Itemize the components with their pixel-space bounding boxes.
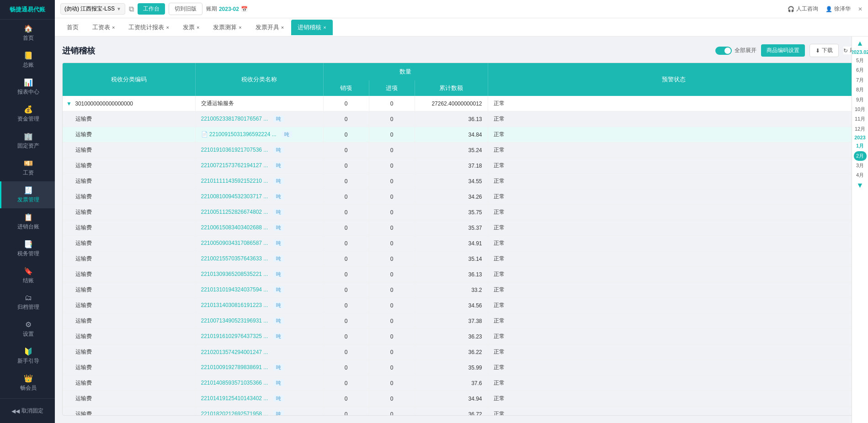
detail-code-link[interactable]: 22100509034317086587 ... — [201, 240, 268, 246]
sidebar-item-invoice-mgmt[interactable]: 🧾发票管理 — [0, 181, 55, 208]
tab-close-salary-report[interactable]: × — [166, 25, 169, 30]
download-button[interactable]: ⬇ 下载 — [809, 44, 839, 57]
timeline-month-2[interactable]: 2月 — [854, 151, 861, 161]
detail-code-link[interactable]: 22101314030816191223 ... — [201, 302, 268, 308]
sidebar-bottom: ◀◀ 取消固定 — [0, 398, 55, 423]
table-row: 运输费 22100615083403402688 ... 吨 0 0 35.37… — [63, 220, 860, 236]
child-detail-code: 22101111143592152210 ... 吨 — [195, 174, 323, 189]
detail-code-link[interactable]: 22100215570357643633 ... — [201, 255, 268, 262]
child-purchase: 0 — [369, 391, 415, 407]
sidebar-item-tax[interactable]: 📑税务管理 — [0, 235, 55, 262]
user-menu[interactable]: 👤 徐泽华 — [825, 5, 851, 13]
copy-icon[interactable]: ⧉ — [129, 5, 134, 13]
detail-code-link[interactable]: 22101916102976437325 ... — [201, 333, 268, 339]
table-row: 运输费 22101910361921707536 ... 吨 0 0 35.24… — [63, 143, 860, 158]
timeline-month-3[interactable]: 3月 — [853, 161, 861, 170]
unit-badge: 吨 — [273, 193, 284, 200]
page-title-bar: 进销稽核 全部展开 商品编码设置 ⬇ 下载 ↻ 刷新 — [62, 44, 861, 57]
tab-invoice-calc[interactable]: 发票测算× — [207, 20, 248, 35]
tab-close-invoice[interactable]: × — [197, 25, 199, 30]
period-selector[interactable]: 账期 2023-02 📅 — [206, 5, 248, 13]
sidebar-item-home[interactable]: 🏠首页 — [0, 20, 55, 47]
tab-close-invoice-open[interactable]: × — [281, 25, 284, 30]
child-label: 运输费 — [63, 407, 195, 416]
tab-invoice[interactable]: 发票× — [176, 20, 206, 35]
sidebar-item-archive[interactable]: 🗂归档管理 — [0, 289, 55, 316]
support-button[interactable]: 🎧 人工咨询 — [788, 5, 818, 13]
sidebar-item-fixed-assets[interactable]: 🏢固定资产 — [0, 127, 55, 154]
detail-code-link[interactable]: 22101310194324037594 ... — [201, 286, 268, 293]
tab-close-salary[interactable]: × — [112, 25, 115, 30]
child-status: 正常 — [488, 407, 860, 416]
product-code-setting-button[interactable]: 商品编码设置 — [761, 44, 805, 57]
detail-code-link[interactable]: 22100915031396592224 ... — [209, 131, 277, 137]
sidebar-item-member[interactable]: 👑畅会员 — [0, 370, 55, 397]
timeline-month-10[interactable]: 10月 — [853, 105, 861, 114]
detail-code-link[interactable]: 22102013574294001247 ... — [201, 349, 268, 355]
detail-code-link[interactable]: 22100523381780176567 ... — [201, 116, 268, 122]
timeline-month-12[interactable]: 12月 — [853, 124, 861, 134]
detail-code-link[interactable]: 22101910361921707536 ... — [201, 147, 268, 153]
tab-salary[interactable]: 工资表× — [86, 20, 121, 35]
child-purchase: 0 — [369, 407, 415, 416]
sidebar-item-capital[interactable]: 💰资金管理 — [0, 100, 55, 127]
tab-home[interactable]: 首页 — [60, 20, 85, 35]
timeline-month-7[interactable]: 7月 — [853, 75, 861, 85]
child-sales: 0 — [323, 174, 369, 189]
tab-salary-report[interactable]: 工资统计报表× — [122, 20, 175, 35]
unit-badge: 吨 — [273, 271, 284, 277]
sidebar-item-salary[interactable]: 💴工资 — [0, 154, 55, 181]
timeline-month-8[interactable]: 8月 — [853, 85, 861, 95]
detail-code-link[interactable]: 22101111143592152210 ... — [201, 178, 268, 184]
detail-code-link[interactable]: 22101408593571035366 ... — [201, 380, 268, 386]
child-sales: 0 — [323, 329, 369, 344]
tab-close-invoice-calc[interactable]: × — [239, 25, 241, 30]
calendar-icon: 📅 — [241, 6, 248, 12]
company-selector[interactable]: (勿动) 江西报宝-LSS ▼ — [60, 3, 125, 15]
tab-in-out-verify[interactable]: 进销稽核× — [291, 20, 332, 35]
detail-code-link[interactable]: 22101820212692571958 ... — [201, 411, 268, 416]
detail-code-link[interactable]: 22100721573762194127 ... — [201, 162, 268, 169]
timeline-month-9[interactable]: 9月 — [853, 95, 861, 105]
sidebar-item-settlement[interactable]: 🔖结账 — [0, 262, 55, 289]
timeline-month-6[interactable]: 6月 — [853, 65, 861, 75]
sidebar-item-guide[interactable]: 🔰新手引导 — [0, 343, 55, 370]
detail-code-link[interactable]: 22100511252826674802 ... — [201, 209, 268, 215]
sidebar-item-ledger[interactable]: 📒总账 — [0, 47, 55, 74]
child-label: 运输费 — [63, 375, 195, 391]
child-label: 运输费 — [63, 360, 195, 375]
timeline-month-11[interactable]: 11月 — [853, 114, 861, 124]
timeline-down-nav[interactable]: ▼ — [857, 180, 861, 190]
timeline-month-4[interactable]: 4月 — [853, 170, 861, 180]
timeline-month-1[interactable]: 1月 — [853, 141, 861, 151]
sidebar-item-reports[interactable]: 📊报表中心 — [0, 74, 55, 100]
workbench-button[interactable]: 工作台 — [138, 3, 165, 15]
child-cumulative: 34.26 — [415, 189, 488, 205]
detail-code-link[interactable]: 22100810094532303717 ... — [201, 193, 268, 200]
child-detail-code: 📄 22100915031396592224 ... 吨 — [195, 127, 323, 143]
child-detail-code: 22102013574294001247 ... — [195, 344, 323, 360]
tab-invoice-open[interactable]: 发票开具× — [249, 20, 290, 35]
child-sales: 0 — [323, 143, 369, 158]
child-purchase: 0 — [369, 375, 415, 391]
child-label: 运输费 — [63, 174, 195, 189]
expand-icon[interactable]: ▼ — [66, 100, 72, 107]
close-window-button[interactable]: ✕ — [858, 6, 863, 12]
sidebar-item-settings[interactable]: ⚙设置 — [0, 316, 55, 343]
sidebar-item-in-out-account[interactable]: 📋进销台账 — [0, 208, 55, 235]
detail-code-link[interactable]: 22101419125410143402 ... — [201, 395, 268, 402]
table-row: 运输费 22100511252826674802 ... 吨 0 0 35.75… — [63, 205, 860, 220]
unpin-button[interactable]: ◀◀ 取消固定 — [0, 403, 55, 418]
detail-code-link[interactable]: 22101309365208535221 ... — [201, 271, 268, 277]
toggle-all-control[interactable]: 全部展开 — [715, 47, 756, 55]
toggle-switch[interactable] — [715, 47, 732, 55]
child-cumulative: 37.6 — [415, 375, 488, 391]
tab-close-in-out-verify[interactable]: × — [323, 25, 326, 30]
detail-code-link[interactable]: 22100713490523196931 ... — [201, 317, 268, 324]
child-status: 正常 — [488, 174, 860, 189]
detail-code-link[interactable]: 22101009192789838691 ... — [201, 364, 268, 370]
child-status: 正常 — [488, 267, 860, 282]
switch-version-button[interactable]: 切到旧版 — [169, 3, 202, 15]
detail-code-link[interactable]: 22100615083403402688 ... — [201, 224, 268, 231]
child-purchase: 0 — [369, 360, 415, 375]
